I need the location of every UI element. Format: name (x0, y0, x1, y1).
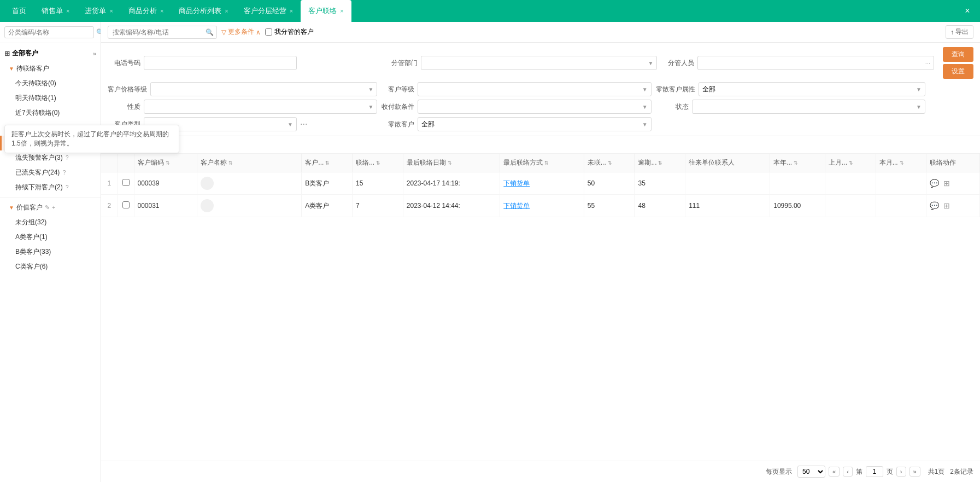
sort-icon-last-month[interactable]: ⇅ (849, 160, 853, 166)
status-select[interactable]: ▼ (692, 100, 925, 114)
window-close-button[interactable]: × (959, 3, 976, 19)
export-icon: ↑ (950, 28, 954, 36)
th-settings (101, 154, 118, 172)
export-button[interactable]: ↑ 导出 (946, 25, 973, 39)
query-button[interactable]: 查询 (943, 47, 973, 62)
my-customers-filter: 我分管的客户 (265, 27, 314, 37)
all-customers-header[interactable]: ⊞ 全部客户 » (0, 45, 101, 61)
sidebar-item-ungroup[interactable]: 未分组(32) (0, 215, 101, 230)
sidebar-item-7days[interactable]: 近7天待联络(0) (0, 106, 101, 120)
page-input[interactable] (866, 466, 883, 477)
sidebar: 🔍 ⊞ 全部客户 » ▼ 待联络客户 今天待联络(0) 明天待联络(1) 近7天… (0, 22, 101, 482)
more-conditions-btn[interactable]: ▽ 更多条件 ∧ (221, 27, 261, 37)
edit-icon[interactable]: ✎ (45, 204, 50, 211)
apps-icon[interactable]: ⊞ (943, 201, 950, 210)
row-checkbox[interactable] (122, 201, 130, 208)
row-last-month (825, 172, 876, 195)
nav-item-home[interactable]: 首页 (4, 0, 34, 22)
row-checkbox-cell (118, 195, 134, 217)
settings-button[interactable]: 设置 (943, 64, 973, 79)
last-way-link[interactable]: 下销货单 (503, 202, 530, 210)
sort-icon-this-month[interactable]: ⇅ (900, 160, 904, 166)
sort-icon-last-way[interactable]: ⇅ (544, 160, 549, 166)
last-way-link[interactable]: 下销货单 (503, 179, 530, 187)
add-icon[interactable]: + (52, 204, 55, 211)
person-select[interactable]: ··· (697, 56, 934, 70)
chat-icon[interactable]: 💬 (930, 179, 939, 188)
filter-actions: 查询 设置 (938, 47, 973, 79)
table-row: 2 000031 A类客户 7 2023-04-12 14:44: 下销货单 5… (101, 195, 980, 217)
next-page-btn[interactable]: › (896, 467, 906, 477)
row-checkbox[interactable] (122, 179, 130, 186)
last-page-btn[interactable]: » (909, 467, 920, 477)
search-wrap: 🔍 (108, 26, 217, 39)
nav-item-product-list[interactable]: 商品分析列表 × (171, 0, 236, 22)
close-product-analysis-tab[interactable]: × (160, 8, 163, 14)
sidebar-item-lost[interactable]: 已流失客户(24) ? (0, 165, 101, 180)
apps-icon[interactable]: ⊞ (943, 179, 950, 188)
per-page-select[interactable]: 50 100 200 (797, 466, 825, 478)
sidebar-search-input[interactable] (4, 26, 94, 38)
more-dots[interactable]: ··· (300, 119, 307, 129)
sidebar-item-a-class[interactable]: A类客户(1) (0, 230, 101, 245)
close-product-list-tab[interactable]: × (225, 8, 228, 14)
nav-item-purchase[interactable]: 进货单 × (77, 0, 120, 22)
row-company-contact (685, 172, 770, 195)
sidebar-item-b-class[interactable]: B类客户(33) (0, 245, 101, 259)
sidebar-item-c-class[interactable]: C类客户(6) (0, 259, 101, 274)
value-group-label[interactable]: ▼ 价值客户 ✎ + (0, 200, 101, 215)
price-grade-select[interactable]: ▼ (150, 82, 377, 96)
payment-select[interactable]: ▼ (418, 100, 651, 114)
payment-field: 收付款条件 ▼ (382, 100, 651, 114)
sort-icon-code[interactable]: ⇅ (166, 160, 170, 166)
sort-icon-type[interactable]: ⇅ (325, 160, 330, 166)
customer-grade-select[interactable]: ▼ (418, 82, 651, 96)
nav-item-product-analysis[interactable]: 商品分析 × (121, 0, 171, 22)
row-last-month (825, 195, 876, 217)
prev-page-btn[interactable]: ‹ (843, 467, 853, 477)
grid-icon: ⊞ (4, 50, 10, 57)
collapse-icon[interactable]: » (93, 50, 96, 57)
row-contact: 7 (353, 195, 403, 217)
th-last-month: 上月...⇅ (825, 154, 876, 172)
close-sales-tab[interactable]: × (66, 8, 69, 14)
first-page-btn[interactable]: « (829, 467, 840, 477)
phone-input[interactable] (144, 56, 297, 70)
row-action: 💬 ⊞ (926, 195, 980, 217)
sort-icon-last-date[interactable]: ⇅ (448, 160, 452, 166)
close-purchase-tab[interactable]: × (109, 8, 113, 14)
retail-attr-select[interactable]: 全部▼ (699, 82, 925, 96)
sort-icon-this-year[interactable]: ⇅ (794, 160, 798, 166)
chat-icon[interactable]: 💬 (930, 201, 939, 210)
sort-icon-name[interactable]: ⇅ (228, 160, 233, 166)
th-action: 联络动作 (926, 154, 980, 172)
page-label: 第 (856, 467, 862, 477)
sort-icon-contact[interactable]: ⇅ (376, 160, 380, 166)
nav-item-customer-tier[interactable]: 客户分层经营 × (236, 0, 301, 22)
sidebar-item-tomorrow[interactable]: 明天待联络(1) (0, 91, 101, 106)
gender-select[interactable]: ▼ (144, 100, 377, 114)
pending-group-label[interactable]: ▼ 待联络客户 (0, 61, 101, 76)
close-customer-contact-tab[interactable]: × (340, 8, 343, 14)
main-search-icon[interactable]: 🔍 (206, 28, 214, 36)
main-search-input[interactable] (108, 26, 217, 39)
close-customer-tier-tab[interactable]: × (290, 8, 293, 14)
row-overdue: 35 (635, 172, 685, 195)
nav-item-customer-contact[interactable]: 客户联络 × (301, 0, 351, 22)
sidebar-search-icon[interactable]: 🔍 (96, 28, 101, 36)
row-action: 💬 ⊞ (926, 172, 980, 195)
top-navigation: 首页 销售单 × 进货单 × 商品分析 × 商品分析列表 × 客户分层经营 × … (0, 0, 980, 22)
dept-select[interactable]: ▼ (421, 56, 658, 70)
row-overdue: 48 (635, 195, 685, 217)
row-code: 000031 (134, 195, 197, 217)
nav-item-sales[interactable]: 销售单 × (34, 0, 77, 22)
sidebar-item-declining[interactable]: 持续下滑客户(2) ? (0, 180, 101, 195)
sort-icon-uncontact[interactable]: ⇅ (608, 160, 612, 166)
sidebar-item-today[interactable]: 今天待联络(0) (0, 76, 101, 91)
retail-customer-select[interactable]: 全部▼ (418, 117, 651, 131)
total-records: 2条记录 (950, 467, 973, 477)
sort-icon-overdue[interactable]: ⇅ (658, 160, 662, 166)
my-customers-checkbox[interactable] (265, 28, 272, 36)
th-contact: 联络...⇅ (353, 154, 403, 172)
row-contact: 15 (353, 172, 403, 195)
